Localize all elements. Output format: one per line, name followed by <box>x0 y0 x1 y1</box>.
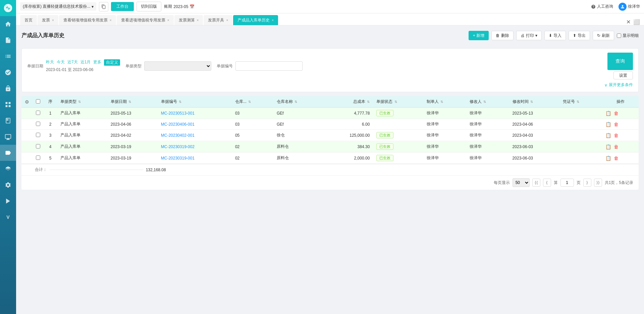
tab-close-all-button[interactable]: ✕ <box>626 19 631 25</box>
row-delete-icon[interactable]: 🗑 <box>614 111 619 116</box>
user-menu[interactable]: 徐泽华 <box>619 3 640 11</box>
th-total-cost[interactable]: 总成本 ⇅ <box>324 96 373 108</box>
th-voucher-num[interactable]: 凭证号 ⇅ <box>559 96 602 108</box>
tab-home[interactable]: 首页 <box>20 15 37 25</box>
print-button[interactable]: 🖨 打印 ▾ <box>516 31 542 40</box>
row-edit-icon[interactable]: 📋 <box>605 144 611 149</box>
doc-number-input[interactable] <box>235 61 303 71</box>
row-delete-icon[interactable]: 🗑 <box>614 122 619 127</box>
sidebar-item-grid[interactable] <box>0 97 16 113</box>
new-button[interactable]: + 新增 <box>469 31 489 40</box>
th-doc-type[interactable]: 单据类型 ⇅ <box>57 96 107 108</box>
row-checkbox[interactable] <box>36 155 40 160</box>
row-checkbox[interactable] <box>36 144 40 148</box>
cell-doc-number[interactable]: MC-20230319-002 <box>158 141 232 152</box>
calendar-icon[interactable]: 📅 <box>190 4 195 9</box>
show-detail-checkbox-label[interactable]: 显示明细 <box>617 33 639 39</box>
th-warehouse-code[interactable]: 仓库... ⇅ <box>232 96 273 108</box>
shortcut-custom[interactable]: 自定义 <box>104 59 120 66</box>
row-edit-icon[interactable]: 📋 <box>605 122 611 127</box>
th-doc-number[interactable]: 单据编号 ⇅ <box>158 96 232 108</box>
doc-number-link[interactable]: MC-20230319-001 <box>161 156 195 161</box>
doc-type-select[interactable] <box>144 61 211 71</box>
settings-gear-icon[interactable]: ⚙ <box>25 99 29 105</box>
row-checkbox[interactable] <box>36 122 40 126</box>
page-number-input[interactable] <box>560 179 574 187</box>
th-modify-time[interactable]: 修改时间 ⇅ <box>509 96 559 108</box>
sidebar-item-v[interactable]: V <box>0 209 16 225</box>
tab-product-history-close[interactable]: × <box>272 18 274 22</box>
page-first-button[interactable]: ⟨⟨ <box>532 179 540 187</box>
sidebar-item-doc[interactable] <box>0 32 16 48</box>
refresh-button[interactable]: ↻ 刷新 <box>593 31 614 40</box>
show-detail-checkbox[interactable] <box>617 34 621 38</box>
cell-checkbox[interactable] <box>33 141 44 152</box>
row-checkbox[interactable] <box>36 111 40 115</box>
row-delete-icon[interactable]: 🗑 <box>614 155 619 161</box>
cell-checkbox[interactable] <box>33 130 44 141</box>
tab-invoice[interactable]: 发票 × <box>38 15 58 25</box>
sidebar-item-play[interactable] <box>0 193 16 209</box>
workbench-button[interactable]: 工作台 <box>111 2 134 11</box>
switch-button[interactable]: 切到旧版 <box>137 2 161 11</box>
cell-doc-number[interactable]: MC-20230513-001 <box>158 108 232 119</box>
row-delete-icon[interactable]: 🗑 <box>614 133 619 138</box>
shortcut-7days[interactable]: 近7天 <box>67 59 78 66</box>
tab-invoice-open[interactable]: 发票开具 × <box>204 15 232 25</box>
shortcut-yesterday[interactable]: 昨天 <box>46 59 54 66</box>
th-modifier[interactable]: 修改人 ⇅ <box>466 96 509 108</box>
tab-invoice-calc[interactable]: 发票测算 × <box>174 15 203 25</box>
expand-button[interactable]: ∨ 展开更多条件 <box>604 82 633 88</box>
cell-doc-number[interactable]: MC-20230319-001 <box>158 152 232 164</box>
page-prev-button[interactable]: ⟨ <box>543 179 551 187</box>
tab-purchase-vat[interactable]: 查看进项增值税专用发票 × <box>117 15 174 25</box>
row-edit-icon[interactable]: 📋 <box>605 155 611 161</box>
th-doc-status[interactable]: 单据状态 ⇅ <box>373 96 423 108</box>
sidebar-item-book[interactable] <box>0 113 16 129</box>
th-warehouse-name[interactable]: 仓库名称 ⇅ <box>273 96 324 108</box>
sidebar-item-settings[interactable] <box>0 177 16 193</box>
tab-invoice-close[interactable]: × <box>52 18 54 22</box>
sidebar-item-box[interactable] <box>0 161 16 177</box>
cell-doc-number[interactable]: MC-20230406-001 <box>158 119 232 130</box>
tab-sales-vat[interactable]: 查看销项增值税专用发票 × <box>59 15 116 25</box>
doc-number-link[interactable]: MC-20230513-001 <box>161 111 195 116</box>
support-link[interactable]: 人工咨询 <box>591 4 613 9</box>
cell-checkbox[interactable] <box>33 119 44 130</box>
tab-purchase-vat-close[interactable]: × <box>167 18 169 22</box>
tab-maximize-button[interactable]: ⬜ <box>633 19 640 25</box>
shortcut-1month[interactable]: 近1月 <box>80 59 91 66</box>
page-next-button[interactable]: ⟩ <box>583 179 591 187</box>
shortcut-today[interactable]: 今天 <box>57 59 65 66</box>
doc-number-link[interactable]: MC-20230319-002 <box>161 144 195 149</box>
filter-setting-button[interactable]: 设置 <box>613 71 633 79</box>
company-selector[interactable]: (库存核算) 直播轻捷通信息技术股份... ▾ <box>20 2 96 11</box>
sidebar-item-chart[interactable] <box>0 48 16 64</box>
sidebar-item-lock[interactable] <box>0 80 16 97</box>
cell-checkbox[interactable] <box>33 152 44 164</box>
sidebar-item-monitor[interactable] <box>0 129 16 145</box>
th-doc-date[interactable]: 单据日期 ⇅ <box>107 96 158 108</box>
tab-invoice-open-close[interactable]: × <box>226 18 228 22</box>
query-button[interactable]: 查询 <box>607 53 633 70</box>
cell-checkbox[interactable] <box>33 108 44 119</box>
doc-number-link[interactable]: MC-20230402-001 <box>161 133 195 138</box>
copy-button[interactable] <box>99 2 108 11</box>
import-button[interactable]: ⬇ 导入 <box>544 31 566 40</box>
shortcut-more[interactable]: 更多 <box>93 59 101 66</box>
row-edit-icon[interactable]: 📋 <box>605 133 611 138</box>
cell-doc-number[interactable]: MC-20230402-001 <box>158 130 232 141</box>
tab-product-history[interactable]: 产成品入库单历史 × <box>233 15 278 25</box>
page-size-select[interactable]: 50 100 200 <box>513 178 530 187</box>
sidebar-item-dashboard[interactable] <box>0 64 16 80</box>
sidebar-item-home[interactable] <box>0 16 16 32</box>
row-delete-icon[interactable]: 🗑 <box>614 144 619 149</box>
th-settings[interactable]: ⚙ <box>21 96 33 108</box>
delete-button[interactable]: 🗑 删除 <box>491 31 514 40</box>
page-last-button[interactable]: ⟩⟩ <box>594 179 602 187</box>
doc-number-link[interactable]: MC-20230406-001 <box>161 122 195 127</box>
select-all-checkbox[interactable] <box>36 99 40 104</box>
tab-invoice-calc-close[interactable]: × <box>197 18 199 22</box>
th-creator[interactable]: 制单人 ⇅ <box>423 96 466 108</box>
sidebar-item-tag[interactable] <box>0 145 16 161</box>
